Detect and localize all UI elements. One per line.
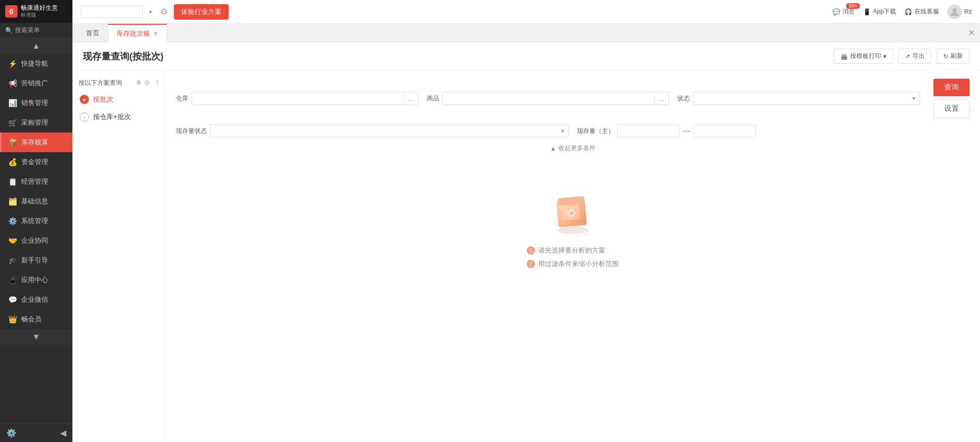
topbar-chevron-icon[interactable]: ▾ (147, 8, 154, 16)
filter-sidebar-title: 按以下方案查询 (79, 79, 122, 87)
sidebar-item-qiye[interactable]: 🤝 企业协同 (0, 231, 72, 251)
money-icon: 💰 (8, 157, 17, 167)
sidebar-item-zijin[interactable]: 💰 资金管理 (0, 152, 72, 172)
settings-btn[interactable]: 设置 (933, 99, 970, 118)
nav-label: 系统管理 (21, 216, 48, 226)
filter-collapse-icon[interactable]: 《 (153, 79, 159, 87)
megaphone-icon: 📢 (8, 79, 17, 88)
filter-row-2: 现存量状态 ▾ 现存量（主） — (176, 124, 970, 138)
stock-qty-from-input[interactable] (617, 124, 679, 138)
collapse-label: 收起更多条件 (558, 144, 596, 153)
chevron-down-icon: ▾ (912, 95, 915, 102)
sidebar-item-yingxiao[interactable]: 📢 营销推广 (0, 73, 72, 93)
sidebar-scroll-down[interactable]: ▼ (0, 329, 72, 345)
svg-point-1 (557, 227, 588, 234)
stock-qty-to-input[interactable] (694, 124, 756, 138)
sidebar-item-xinshou[interactable]: 🎓 新手引导 (0, 251, 72, 270)
chart-icon: 📊 (8, 98, 17, 108)
content-area: 现存量查询(按批次) 🖨️ 按模板打印 ▾ ↗ 导出 ↻ 刷新 (72, 42, 980, 442)
nav-label: 经营管理 (21, 177, 48, 186)
sidebar-item-huiyuan[interactable]: 👑 畅会员 (0, 310, 72, 329)
sidebar-scroll-up[interactable]: ▲ (0, 38, 72, 54)
warehouse-dots-btn[interactable]: ... (403, 94, 418, 102)
footer-settings-icon[interactable]: ⚙️ (6, 428, 17, 438)
stock-qty-field: 现存量（主） — (577, 124, 970, 138)
goods-field: 商品 ... (427, 92, 670, 105)
handshake-icon: 🤝 (8, 236, 17, 245)
app-edition: 标准版 (21, 11, 58, 19)
inner-layout: 按以下方案查询 ⊕ ◎ 《 ● 按批次 ○ 按仓库+批次 (72, 70, 980, 442)
topbar-search-input[interactable] (81, 6, 143, 18)
topbar-gear-icon[interactable]: ⚙ (158, 7, 170, 17)
goods-input[interactable] (443, 92, 654, 105)
sidebar-item-caigou[interactable]: 🛒 采购管理 (0, 113, 72, 132)
inventory-icon: 📦 (8, 138, 17, 147)
headset-icon: 🎧 (904, 8, 912, 16)
sidebar-item-weixin[interactable]: 💬 企业微信 (0, 290, 72, 310)
user-profile-btn[interactable]: Rit (947, 5, 972, 19)
nav-label: 应用中心 (21, 275, 48, 285)
query-btn[interactable]: 查询 (933, 79, 970, 96)
empty-tips: 1 请先选择要分析的方案 2 用过滤条件来缩小分析范围 (527, 246, 619, 273)
filter-sidebar-icons: ⊕ ◎ 《 (136, 79, 159, 87)
filter-item-label: 按批次 (93, 95, 113, 104)
empty-icon: ★ (547, 184, 599, 235)
filter-sidebar: 按以下方案查询 ⊕ ◎ 《 ● 按批次 ○ 按仓库+批次 (72, 70, 166, 442)
tab-panel-close-icon[interactable]: ✕ (968, 28, 975, 38)
nav-label: 畅会员 (21, 315, 41, 324)
sidebar-item-yingyong[interactable]: 📱 应用中心 (0, 270, 72, 290)
print-template-btn[interactable]: 🖨️ 按模板打印 ▾ (834, 49, 893, 64)
sidebar-search[interactable]: 🔍 搜索菜单 (0, 23, 72, 38)
sidebar-nav: ▲ ⚡ 快捷导航 📢 营销推广 📊 销售管理 🛒 采购管理 📦 库存核算 💰 资… (0, 38, 72, 423)
online-service-btn[interactable]: 🎧 在线客服 (904, 7, 939, 16)
folder-icon: 🗂️ (8, 197, 17, 206)
svg-text:★: ★ (569, 210, 574, 216)
tab-kucun-pici[interactable]: 库存批次账 ✕ (108, 24, 167, 42)
app-company: 畅康通好生意 (21, 4, 58, 11)
sidebar-footer: ⚙️ ◀ (0, 423, 72, 442)
sidebar-item-kucun[interactable]: 📦 库存核算 (0, 132, 72, 152)
sidebar-item-kuaijie[interactable]: ⚡ 快捷导航 (0, 54, 72, 73)
wechat-icon: 💬 (8, 295, 17, 304)
page-title: 现存量查询(按批次) (83, 50, 164, 63)
app-info: 畅康通好生意 标准版 (21, 4, 58, 19)
sidebar-item-jingying[interactable]: 📋 经营管理 (0, 172, 72, 191)
cart-icon: 🛒 (8, 118, 17, 127)
export-btn[interactable]: ↗ 导出 (898, 49, 931, 64)
sidebar-search-label: 搜索菜单 (15, 26, 40, 35)
dash-separator: — (682, 126, 691, 136)
chevron-down-icon: ▾ (883, 53, 886, 60)
sidebar-item-xiaoshou[interactable]: 📊 销售管理 (0, 93, 72, 113)
nav-label: 采购管理 (21, 118, 48, 127)
status-select[interactable]: ▾ (693, 92, 920, 105)
stock-status-label: 现存量状态 (176, 127, 207, 136)
warehouse-input[interactable] (192, 92, 403, 105)
notifications-btn[interactable]: 💬 消息 99+ (833, 7, 855, 16)
add-filter-icon[interactable]: ⊕ (136, 79, 141, 87)
footer-collapse-icon[interactable]: ◀ (60, 428, 66, 438)
nav-label: 快捷导航 (21, 59, 48, 68)
industry-btn[interactable]: 体验行业方案 (174, 4, 229, 20)
goods-dots-btn[interactable]: ... (654, 94, 669, 102)
filter-dot-outline: ○ (80, 112, 89, 122)
phone-icon: 📱 (863, 8, 871, 16)
empty-tip-2: 2 用过滤条件来缩小分析范围 (527, 259, 619, 269)
app-download-btn[interactable]: 📱 App下载 (863, 7, 896, 16)
collapse-more-btn[interactable]: ▲ 收起更多条件 (176, 144, 970, 153)
search-icon: 🔍 (5, 27, 13, 34)
status-field: 状态 ▾ (677, 92, 920, 105)
tab-home[interactable]: 首页 (78, 24, 108, 42)
report-icon: 📋 (8, 177, 17, 186)
tab-kucun-pici-label: 库存批次账 (116, 29, 150, 38)
sidebar-item-xitong[interactable]: ⚙️ 系统管理 (0, 211, 72, 231)
filter-settings-icon[interactable]: ◎ (144, 79, 150, 87)
refresh-btn[interactable]: ↻ 刷新 (937, 49, 970, 64)
sidebar-item-jichu[interactable]: 🗂️ 基础信息 (0, 191, 72, 211)
tab-close-icon[interactable]: ✕ (153, 30, 158, 37)
lightning-icon: ⚡ (8, 59, 17, 68)
filter-sidebar-header: 按以下方案查询 ⊕ ◎ 《 (72, 76, 165, 91)
filter-item-by-warehouse-batch[interactable]: ○ 按仓库+批次 (72, 108, 165, 126)
filter-item-by-batch[interactable]: ● 按批次 (72, 91, 165, 108)
page-header: 现存量查询(按批次) 🖨️ 按模板打印 ▾ ↗ 导出 ↻ 刷新 (72, 42, 980, 70)
stock-status-select[interactable]: ▾ (210, 124, 569, 138)
